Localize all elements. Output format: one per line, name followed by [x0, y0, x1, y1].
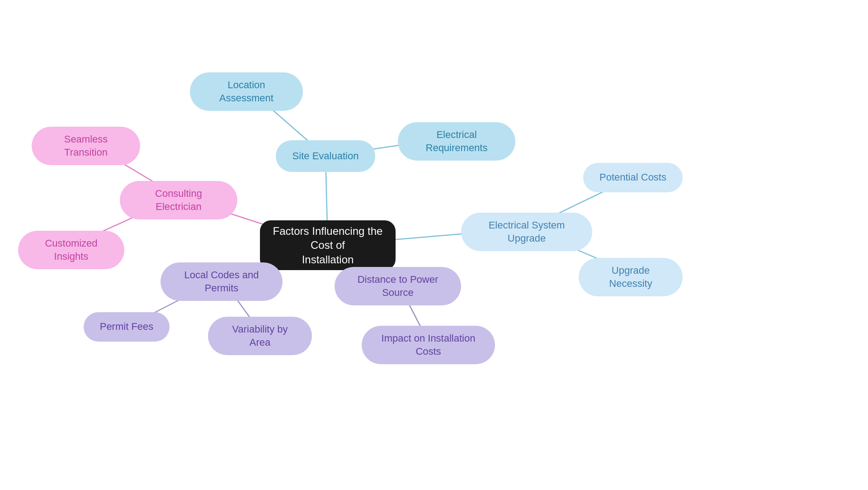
node-label-electricalSystemUpgrade: Electrical System Upgrade — [474, 219, 580, 245]
node-consultingElectrician: Consulting Electrician — [120, 181, 237, 219]
node-label-impactOnInstallationCosts: Impact on Installation Costs — [374, 332, 482, 358]
node-label-upgradeNecessity: Upgrade Necessity — [591, 264, 670, 290]
node-label-variabilityByArea: Variability by Area — [221, 323, 299, 349]
node-distanceToPowerSource: Distance to Power Source — [335, 267, 461, 305]
node-locationAssessment: Location Assessment — [190, 72, 303, 111]
node-label-permitFees: Permit Fees — [100, 320, 154, 333]
node-label-consultingElectrician: Consulting Electrician — [132, 187, 225, 213]
node-upgradeNecessity: Upgrade Necessity — [579, 258, 683, 296]
node-label-electricalRequirements: Electrical Requirements — [410, 128, 503, 154]
node-variabilityByArea: Variability by Area — [208, 317, 312, 355]
node-seamlessTransition: Seamless Transition — [32, 127, 140, 165]
node-electricalRequirements: Electrical Requirements — [398, 122, 515, 161]
node-label-potentialCosts: Potential Costs — [599, 171, 666, 184]
node-label-seamlessTransition: Seamless Transition — [44, 133, 127, 159]
node-label-locationAssessment: Location Assessment — [203, 79, 290, 105]
node-label-distanceToPowerSource: Distance to Power Source — [347, 273, 448, 299]
node-permitFees: Permit Fees — [84, 312, 170, 342]
node-label-siteEvaluation: Site Evaluation — [292, 150, 359, 163]
node-customizedInsights: Customized Insights — [18, 231, 124, 269]
node-label-customizedInsights: Customized Insights — [31, 237, 112, 263]
node-label-center: Factors Influencing the Cost ofInstallat… — [273, 224, 383, 266]
node-center: Factors Influencing the Cost ofInstallat… — [260, 220, 396, 270]
node-impactOnInstallationCosts: Impact on Installation Costs — [362, 326, 495, 364]
node-potentialCosts: Potential Costs — [583, 163, 683, 192]
node-localCodesAndPermits: Local Codes and Permits — [160, 262, 283, 301]
node-label-localCodesAndPermits: Local Codes and Permits — [173, 269, 270, 295]
node-electricalSystemUpgrade: Electrical System Upgrade — [461, 213, 592, 251]
node-siteEvaluation: Site Evaluation — [276, 140, 375, 172]
